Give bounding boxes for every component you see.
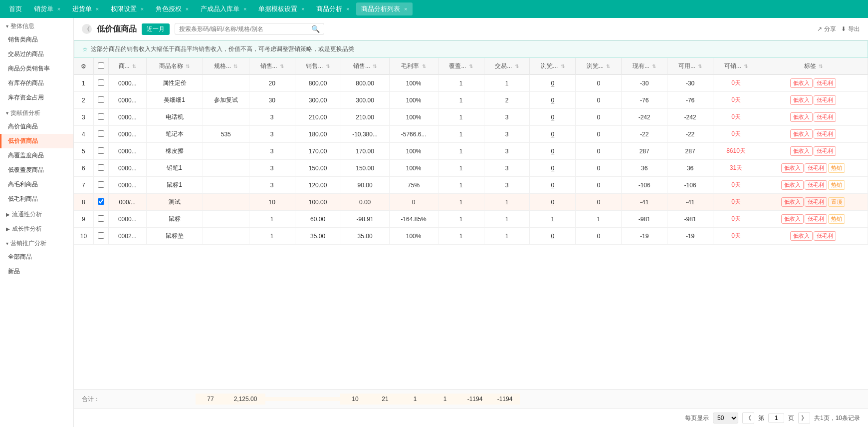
view-link[interactable]: 0	[551, 97, 555, 104]
col-sales-qty[interactable]: 销售... ⇅	[249, 58, 295, 75]
row-checkbox[interactable]	[98, 147, 104, 154]
sidebar-item-stock[interactable]: 有库存的商品	[0, 76, 73, 90]
view-link[interactable]: 0	[551, 165, 555, 172]
cell-checkbox[interactable]	[93, 75, 108, 92]
sidebar-item-high-coverage[interactable]: 高覆盖度商品	[0, 148, 73, 163]
col-view2[interactable]: 浏览... ⇅	[576, 58, 622, 75]
sidebar-item-high-margin[interactable]: 高毛利商品	[0, 177, 73, 192]
col-setting[interactable]: ⚙	[74, 58, 93, 75]
page-number-input[interactable]	[768, 413, 784, 423]
cell-view1[interactable]: 0	[530, 109, 576, 126]
sidebar-item-low-coverage[interactable]: 低覆盖度商品	[0, 163, 73, 177]
row-checkbox[interactable]	[98, 113, 104, 120]
view-link[interactable]: 0	[551, 114, 555, 121]
filter-button[interactable]: 近一月	[142, 23, 170, 35]
nav-products[interactable]: 产成品入库单 ×	[196, 2, 251, 15]
cell-view1[interactable]: 0	[530, 160, 576, 177]
sidebar-item-high-value[interactable]: 高价值商品	[0, 119, 73, 134]
col-spec[interactable]: 规格... ⇅	[203, 58, 249, 75]
view-link[interactable]: 0	[551, 131, 555, 138]
cell-view1[interactable]: 0	[530, 194, 576, 211]
row-checkbox[interactable]	[98, 130, 104, 137]
view-link[interactable]: 0	[551, 199, 555, 206]
share-button[interactable]: ↗ 分享	[817, 25, 836, 33]
close-purchase-icon[interactable]: ×	[96, 6, 99, 12]
cell-checkbox[interactable]	[93, 92, 108, 109]
sidebar-group-overall[interactable]: ▾ 整体信息	[0, 18, 73, 32]
export-button[interactable]: ⬇ 导出	[841, 25, 860, 33]
nav-permissions[interactable]: 权限设置 ×	[106, 2, 149, 15]
close-sales-icon[interactable]: ×	[57, 6, 60, 12]
nav-home[interactable]: 首页	[4, 2, 27, 15]
nav-purchase[interactable]: 进货单 ×	[67, 2, 104, 15]
view-link[interactable]: 0	[551, 182, 555, 189]
nav-templates[interactable]: 单据模板设置 ×	[253, 2, 309, 15]
col-current[interactable]: 现有... ⇅	[622, 58, 667, 75]
page-size-select[interactable]: 50 100 200	[713, 413, 738, 424]
row-checkbox[interactable]	[98, 164, 104, 171]
view-link[interactable]: 1	[551, 216, 555, 223]
first-page-button[interactable]: 《	[742, 412, 754, 424]
row-checkbox[interactable]	[98, 198, 104, 205]
col-tags[interactable]: 标签 ⇅	[759, 58, 868, 75]
select-all-checkbox[interactable]	[98, 62, 104, 69]
cell-checkbox[interactable]	[93, 126, 108, 143]
col-code[interactable]: 商... ⇅	[108, 58, 146, 75]
sidebar-item-category-sales[interactable]: 商品分类销售率	[0, 61, 73, 76]
cell-view1[interactable]: 0	[530, 177, 576, 194]
col-name[interactable]: 商品名称 ⇅	[146, 58, 203, 75]
cell-checkbox[interactable]	[93, 211, 108, 228]
col-margin[interactable]: 毛利率 ⇅	[389, 58, 438, 75]
sidebar-item-low-value[interactable]: 低价值商品	[0, 134, 73, 148]
col-salable[interactable]: 可销... ⇅	[713, 58, 759, 75]
cell-checkbox[interactable]	[93, 177, 108, 194]
view-link[interactable]: 0	[551, 148, 555, 155]
col-checkbox[interactable]	[93, 58, 108, 75]
row-checkbox[interactable]	[98, 232, 104, 239]
sidebar-group-growth[interactable]: ▶ 成长性分析	[0, 221, 73, 235]
cell-checkbox[interactable]	[93, 160, 108, 177]
cell-view1[interactable]: 0	[530, 92, 576, 109]
cell-view1[interactable]: 0	[530, 126, 576, 143]
cell-view1[interactable]: 1	[530, 211, 576, 228]
sidebar-group-contribution[interactable]: ▾ 贡献值分析	[0, 105, 73, 119]
sidebar-group-flow[interactable]: ▶ 流通性分析	[0, 206, 73, 221]
nav-roles[interactable]: 角色授权 ×	[151, 2, 194, 15]
nav-analysis[interactable]: 商品分析 ×	[311, 2, 354, 15]
sidebar-item-capital[interactable]: 库存资金占用	[0, 90, 73, 105]
cell-checkbox[interactable]	[93, 143, 108, 160]
col-sales-amount[interactable]: 销售... ⇅	[341, 58, 389, 75]
nav-analysis-list[interactable]: 商品分析列表 ×	[356, 2, 412, 15]
sidebar-item-all-products[interactable]: 全部商品	[0, 250, 73, 264]
nav-sales[interactable]: 销货单 ×	[29, 2, 65, 15]
col-trade[interactable]: 交易... ⇅	[484, 58, 530, 75]
close-permissions-icon[interactable]: ×	[141, 6, 144, 12]
table-container[interactable]: ⚙ 商... ⇅ 商品名称 ⇅ 规格... ⇅ 销售... ⇅ 销售... ⇅ …	[74, 58, 868, 389]
sidebar-group-marketing[interactable]: ▾ 营销推广分析	[0, 235, 73, 250]
sidebar-item-sales-products[interactable]: 销售类商品	[0, 32, 73, 47]
cell-view1[interactable]: 0	[530, 143, 576, 160]
close-templates-icon[interactable]: ×	[301, 6, 304, 12]
search-icon[interactable]: 🔍	[311, 25, 320, 33]
col-view1[interactable]: 浏览... ⇅	[530, 58, 576, 75]
cell-checkbox[interactable]	[93, 194, 108, 211]
close-products-icon[interactable]: ×	[243, 6, 246, 12]
sidebar-item-low-margin[interactable]: 低毛利商品	[0, 192, 73, 206]
col-sales-price[interactable]: 销售... ⇅	[295, 58, 341, 75]
view-link[interactable]: 0	[551, 80, 555, 87]
row-checkbox[interactable]	[98, 181, 104, 188]
view-link[interactable]: 0	[551, 233, 555, 240]
sidebar-item-new-products[interactable]: 新品	[0, 264, 73, 279]
sidebar-item-traded[interactable]: 交易过的商品	[0, 47, 73, 61]
search-input[interactable]	[179, 25, 311, 32]
collapse-sidebar-button[interactable]: 《	[82, 24, 92, 34]
close-analysis-icon[interactable]: ×	[346, 6, 349, 12]
cell-checkbox[interactable]	[93, 109, 108, 126]
row-checkbox[interactable]	[98, 79, 104, 86]
close-analysis-list-icon[interactable]: ×	[404, 6, 407, 12]
cell-view1[interactable]: 0	[530, 228, 576, 245]
col-coverage[interactable]: 覆盖... ⇅	[438, 58, 484, 75]
cell-view1[interactable]: 0	[530, 75, 576, 92]
close-roles-icon[interactable]: ×	[186, 6, 189, 12]
cell-checkbox[interactable]	[93, 228, 108, 245]
